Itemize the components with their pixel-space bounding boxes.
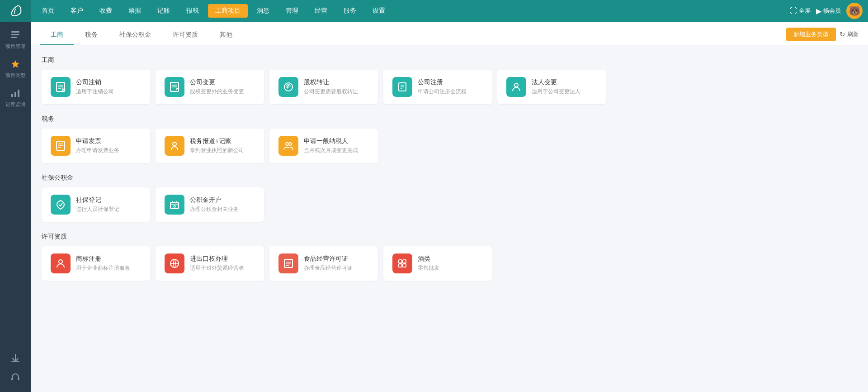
card-tax-report[interactable]: 税务报道+记账 拿到营业执照的新公司 [156, 129, 264, 163]
svg-point-25 [514, 83, 518, 87]
svg-rect-41 [399, 260, 402, 263]
card-icon-company-register [392, 77, 412, 97]
content-area: 工商 税务 社保公积金 许可资质 其他 新增业务类型 ↻ 刷新 工商 [31, 22, 868, 392]
tab-license[interactable]: 许可资质 [162, 25, 209, 45]
fullscreen-button[interactable]: ⛶ 全屏 [790, 7, 811, 15]
svg-rect-44 [403, 264, 406, 267]
svg-rect-5 [14, 92, 16, 97]
sidebar-item-progress[interactable]: 进度监测 [0, 83, 31, 112]
card-title: 申请一般纳税人 [304, 137, 358, 145]
section-title-business: 工商 [42, 56, 857, 64]
card-desc: 办理公积金相关业务 [190, 206, 239, 213]
tab-business[interactable]: 工商 [40, 25, 74, 45]
sidebar-item-project-type[interactable]: 项目类型 [0, 54, 31, 83]
fullscreen-icon: ⛶ [790, 7, 797, 15]
refresh-label: 刷新 [847, 30, 859, 38]
nav-right: ⛶ 全屏 ▶ 畅会员 🐻 [790, 3, 868, 19]
sidebar-item-project-management[interactable]: 项目管理 [0, 25, 31, 54]
sidebar-bottom [0, 349, 31, 392]
card-company-register[interactable]: 公司注册 申请公司注册全流程 [383, 70, 492, 104]
card-text-liquor: 酒类 零售批发 [418, 255, 439, 272]
nav-messages[interactable]: 消息 [250, 4, 277, 18]
card-icon-liquor [392, 253, 412, 273]
refresh-button[interactable]: ↻ 刷新 [840, 30, 859, 38]
user-avatar[interactable]: 🐻 [846, 3, 863, 19]
vip-icon: ▶ [816, 7, 821, 15]
section-title-license: 许可资质 [42, 233, 857, 241]
card-desc: 股权变更外的业务变更 [190, 88, 244, 96]
card-icon-legal-change [506, 77, 526, 97]
card-desc: 适用于公司变更法人 [532, 88, 580, 96]
card-title: 股权转让 [304, 78, 358, 86]
card-title: 申请发票 [76, 137, 119, 145]
vip-button[interactable]: ▶ 畅会员 [816, 7, 841, 15]
new-business-type-button[interactable]: 新增业务类型 [786, 28, 836, 41]
card-provident-fund[interactable]: 公积金开户 办理公积金相关业务 [156, 187, 264, 222]
card-icon-equity-transfer: ¥ [278, 77, 298, 97]
card-text-import-export: 进出口权办理 适用于对外贸易经营者 [190, 255, 244, 272]
card-title: 公司注册 [418, 78, 467, 86]
card-title: 税务报道+记账 [190, 137, 244, 145]
nav-home[interactable]: 首页 [34, 4, 61, 18]
card-icon-food-license [278, 253, 298, 273]
main-content: 工商 公司注销 [31, 45, 868, 392]
card-legal-change[interactable]: 法人变更 适用于公司变更法人 [497, 70, 606, 104]
sidebar-headset[interactable] [0, 368, 31, 387]
card-equity-transfer[interactable]: ¥ 股权转让 公司变更需要股权转让 [269, 70, 378, 104]
card-import-export[interactable]: 进出口权办理 适用于对外贸易经营者 [156, 246, 264, 281]
progress-icon [10, 88, 20, 99]
sidebar-item-label: 项目类型 [5, 72, 25, 79]
nav-tax[interactable]: 报税 [179, 4, 206, 18]
sidebar: 项目管理 项目类型 进度监测 [0, 22, 31, 392]
nav-invoices[interactable]: 票据 [121, 4, 148, 18]
card-trademark[interactable]: 商标注册 用于企业商标注册服务 [42, 246, 150, 281]
tab-bar: 工商 税务 社保公积金 许可资质 其他 新增业务类型 ↻ 刷新 [31, 22, 868, 45]
card-title: 法人变更 [532, 78, 580, 86]
card-desc: 申请公司注册全流程 [418, 88, 467, 96]
vip-label: 畅会员 [823, 7, 841, 15]
cards-grid-business: 公司注销 适用于注销公司 公司变更 [42, 70, 857, 104]
sidebar-item-label: 项目管理 [5, 43, 25, 50]
card-desc: 当月或次月成变更完成 [304, 147, 358, 154]
nav-customer[interactable]: 客户 [63, 4, 90, 18]
nav-management[interactable]: 管理 [278, 4, 306, 18]
card-text-legal-change: 法人变更 适用于公司变更法人 [532, 78, 580, 96]
main-layout: 项目管理 项目类型 进度监测 [0, 22, 868, 392]
nav-operations[interactable]: 经营 [307, 4, 335, 18]
card-icon-trademark [51, 253, 71, 273]
card-food-license[interactable]: 食品经营许可证 办理食品经营许可证 [269, 246, 378, 281]
card-desc: 适用于对外贸易经营者 [190, 264, 244, 272]
card-company-cancel[interactable]: 公司注销 适用于注销公司 [42, 70, 150, 104]
card-social-insurance[interactable]: 社保登记 进行人员社保登记 [42, 187, 150, 222]
card-text-company-register: 公司注册 申请公司注册全流程 [418, 78, 467, 96]
card-liquor[interactable]: 酒类 零售批发 [383, 246, 492, 281]
project-management-icon [10, 30, 20, 41]
svg-point-34 [174, 206, 175, 207]
card-general-taxpayer[interactable]: 申请一般纳税人 当月或次月成变更完成 [269, 129, 378, 163]
sidebar-download[interactable] [0, 349, 31, 368]
card-title: 社保登记 [76, 196, 119, 204]
card-text-tax-report: 税务报道+记账 拿到营业执照的新公司 [190, 137, 244, 154]
sidebar-item-label: 进度监测 [5, 101, 25, 108]
tab-social-insurance[interactable]: 社保公积金 [108, 25, 162, 45]
nav-services[interactable]: 服务 [336, 4, 363, 18]
nav-business[interactable]: 工商项目 [208, 4, 248, 18]
tab-actions: 新增业务类型 ↻ 刷新 [786, 28, 859, 45]
cards-grid-tax: 申请发票 办理申请发票业务 税务报道+记账 拿到营业执照的新公司 [42, 129, 857, 163]
top-nav: 首页 客户 收费 票据 记账 报税 工商项目 消息 管理 经营 服务 设置 ⛶ … [0, 0, 868, 22]
tab-tax[interactable]: 税务 [74, 25, 108, 45]
tab-other[interactable]: 其他 [209, 25, 243, 45]
fullscreen-label: 全屏 [799, 7, 811, 15]
card-company-change[interactable]: 公司变更 股权变更外的业务变更 [156, 70, 264, 104]
nav-fees[interactable]: 收费 [92, 4, 119, 18]
card-invoice[interactable]: 申请发票 办理申请发票业务 [42, 129, 150, 163]
card-desc: 拿到营业执照的新公司 [190, 147, 244, 154]
card-text-general-taxpayer: 申请一般纳税人 当月或次月成变更完成 [304, 137, 358, 154]
card-icon-general-taxpayer [278, 136, 298, 156]
card-text-company-change: 公司变更 股权变更外的业务变更 [190, 78, 244, 96]
card-title: 进出口权办理 [190, 255, 244, 263]
card-icon-tax-report [165, 136, 184, 156]
card-desc: 零售批发 [418, 264, 439, 272]
nav-accounting[interactable]: 记账 [150, 4, 177, 18]
nav-settings[interactable]: 设置 [365, 4, 392, 18]
